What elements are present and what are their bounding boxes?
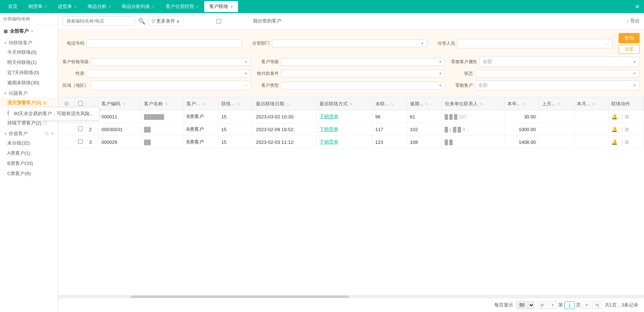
filter-status-select[interactable]: ▼ <box>475 70 640 77</box>
filter-zero-retail-attr-select[interactable]: 全部 ▼ <box>479 57 640 67</box>
filter-customer-level-select[interactable]: ▼ <box>281 58 446 66</box>
th-name[interactable]: 客户名称 ⇅ <box>141 97 184 110</box>
tab-customer-contact[interactable]: 客户联络 × <box>204 1 238 12</box>
export-button[interactable]: ↑ 导出 <box>627 18 640 24</box>
row-action-contact[interactable]: 🔔 <box>611 114 617 119</box>
row-action-contact[interactable]: 🔔 <box>611 139 617 145</box>
sidebar-item-class-a[interactable]: A类客户(1) <box>0 148 58 158</box>
tab-customer-tier-close[interactable]: × <box>196 4 198 9</box>
filter-phone: 电话号码 <box>63 39 242 48</box>
th-overdue[interactable]: 逾期... ⇅ <box>407 97 442 110</box>
row-contact-count: 15 <box>218 110 253 123</box>
tab-analysis-list-close[interactable]: × <box>152 4 154 9</box>
sidebar-item-class-c[interactable]: C类客户(6) <box>0 169 58 179</box>
settings-button[interactable]: 设置 <box>619 45 640 54</box>
sidebar-item-tomorrow-label: 明天待联络(1) <box>7 60 37 65</box>
sidebar-item-churn-warning[interactable]: 流失预警客户(3) ⚠ <box>0 98 58 108</box>
row-uncontacted: 123 <box>372 136 407 149</box>
filter-payment-select[interactable]: ▼ <box>281 70 446 77</box>
value-group-refresh[interactable]: ↻ <box>45 131 49 136</box>
row-last-contact-method[interactable]: 下销货单 <box>316 110 372 123</box>
filter-dept-select[interactable]: ▼ <box>272 40 427 47</box>
row-last-contact-method[interactable]: 下销货单 <box>316 123 372 136</box>
sidebar-item-overdue[interactable]: 逾期未联络(30) <box>0 78 58 88</box>
filter-price-level-select[interactable]: ▼ <box>91 58 251 66</box>
tab-purchase[interactable]: 进货单 × <box>53 1 81 12</box>
sidebar-item-tomorrow[interactable]: 明天待联络(1) <box>0 57 58 68</box>
horizontal-scrollbar[interactable] <box>58 295 644 298</box>
sidebar-item-churn-warning-label: 流失预警客户(3) <box>7 100 41 106</box>
row-action-more[interactable]: ⋮⊞ <box>620 114 629 119</box>
page-last-btn[interactable]: >| <box>592 301 601 309</box>
sidebar-group-problem[interactable]: ▼ 问题客户 <box>0 88 58 98</box>
page-next-btn[interactable]: > <box>582 301 591 309</box>
tab-customer-contact-close[interactable]: × <box>230 4 233 9</box>
filter-customer-type-select[interactable]: ▼ <box>281 82 446 89</box>
my-customers-label[interactable]: 我分管的客户 <box>186 18 281 24</box>
tab-home[interactable]: 首页 <box>3 1 23 12</box>
filter-icon: ▽ <box>152 19 155 24</box>
sidebar-item-7days[interactable]: 近7天待联络(0) <box>0 68 58 78</box>
sidebar-group-value[interactable]: ▼ 价值客户 ↻ ✎ <box>0 128 58 138</box>
select-all-checkbox[interactable] <box>78 101 83 106</box>
row-checkbox[interactable] <box>78 126 83 131</box>
row-action-more[interactable]: ⋮⊞ <box>620 139 629 145</box>
filter-payment-arrow: ▼ <box>438 72 442 76</box>
filter-status-label: 状态 <box>451 70 473 77</box>
filter-region-select[interactable]: ··· <box>91 81 251 90</box>
action-area: 查询 设置 <box>619 33 640 54</box>
sidebar-all-customers[interactable]: ⊞ 全部客户 « <box>0 25 58 37</box>
row-uncontacted: 117 <box>372 123 407 136</box>
th-uncontacted[interactable]: 未联... ⇅ <box>372 97 407 110</box>
th-contact-count[interactable]: 联络... ⇅ <box>218 97 253 110</box>
filter-button[interactable]: ▽ 更多条件 ∧ <box>148 16 183 26</box>
th-last-contact-method[interactable]: 最后联络方式 ⇅ <box>316 97 372 110</box>
sidebar-item-ungroup[interactable]: 未分组(32) <box>0 138 58 148</box>
filter-label: 更多条件 <box>156 18 175 24</box>
th-unit-contact[interactable]: 往来单位联系人 ⇅ <box>442 97 504 110</box>
th-this-month[interactable]: 本月... ⇅ <box>573 97 608 110</box>
th-type-sort: ⇅ <box>202 102 205 106</box>
filter-phone-input[interactable] <box>86 39 242 48</box>
th-code[interactable]: 客户编码 ⇅ <box>98 97 141 110</box>
tab-customer-tier[interactable]: 客户分层经营 × <box>161 1 204 12</box>
page-prev-btn[interactable]: < <box>548 301 557 309</box>
sidebar-search-input[interactable] <box>3 16 57 21</box>
th-type[interactable]: 客户... ⇅ <box>184 97 218 110</box>
th-annual[interactable]: 本年... ⇅ <box>504 97 539 110</box>
filter-manager-select[interactable]: ··· <box>457 39 613 48</box>
th-last-contact-method-sort: ⇅ <box>350 102 353 106</box>
row-checkbox[interactable] <box>78 139 83 144</box>
filter-gender-select[interactable]: ▼ <box>86 70 251 77</box>
tab-analysis[interactable]: 商品分析 × <box>82 1 116 12</box>
filter-zero-retail-select[interactable]: 全部 ▼ <box>475 80 640 90</box>
per-page-select[interactable]: 50 100 200 <box>516 301 535 309</box>
filter-region-dots[interactable]: ··· <box>243 82 248 88</box>
tab-sales[interactable]: 销货单 × <box>23 1 52 12</box>
row-action-contact[interactable]: 🔔 <box>611 126 617 132</box>
sidebar-group-pending[interactable]: ▼ 待联络客户 <box>0 37 58 47</box>
filter-customer-type-arrow: ▼ <box>438 84 442 88</box>
row-last-contact-date: 2023-02-03 11:12: <box>253 136 317 149</box>
my-customers-checkbox[interactable] <box>186 19 251 24</box>
row-last-contact-method[interactable]: 下销货单 <box>316 136 372 149</box>
tab-analysis-close[interactable]: × <box>109 4 111 9</box>
sidebar-item-today[interactable]: 今天待联络(0) <box>0 47 58 57</box>
scrollbar-thumb[interactable] <box>131 296 349 298</box>
sidebar-item-class-b[interactable]: B类客户(33) <box>0 158 58 169</box>
tab-sales-close[interactable]: × <box>45 4 47 9</box>
query-button[interactable]: 查询 <box>619 33 640 43</box>
tab-purchase-close[interactable]: × <box>74 4 76 9</box>
filter-manager-dots[interactable]: ··· <box>605 41 609 46</box>
th-last-contact-date[interactable]: 最后联络日期 ⇅ <box>253 97 317 110</box>
search-input[interactable] <box>63 16 135 26</box>
close-all-button[interactable]: ✕ <box>633 2 641 12</box>
main-area: 🔍 ⊞ 全部客户 « ▼ 待联络客户 今天待联络(0) 明天待联络(1) 近7天… <box>0 13 644 312</box>
grid-icon: ⊞ <box>4 29 8 34</box>
value-group-edit[interactable]: ✎ <box>51 131 54 136</box>
tab-analysis-list[interactable]: 商品分析列表 × <box>117 1 160 12</box>
row-action-more[interactable]: ⋮⊞ <box>620 126 629 132</box>
search-button[interactable]: 🔍 <box>138 18 145 25</box>
page-first-btn[interactable]: |< <box>538 301 547 309</box>
th-last-month[interactable]: 上月... ⇅ <box>539 97 574 110</box>
